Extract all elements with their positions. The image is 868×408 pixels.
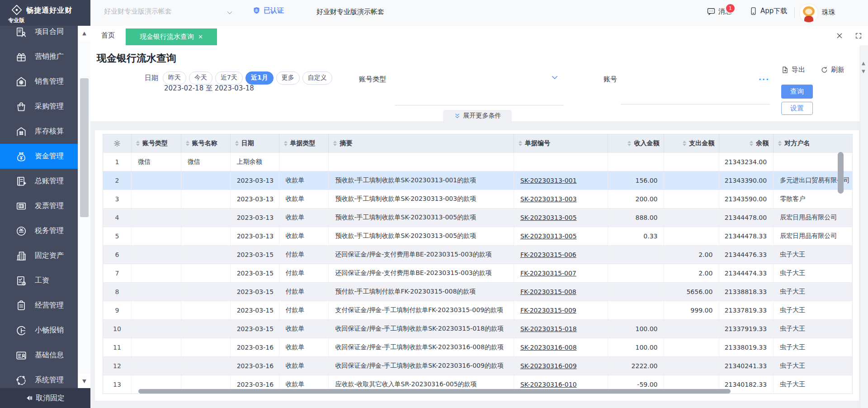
user-name[interactable]: 珠珠 (822, 8, 835, 17)
table-row[interactable]: 22023-03-13收款单预收款-手工填制收款单SK-20230313-001… (103, 171, 852, 190)
cell-account_name (181, 227, 231, 245)
sidebar-item-funds[interactable]: 资金管理 (0, 144, 78, 169)
close-icon[interactable] (835, 31, 844, 41)
app-download-button[interactable]: App下载 (749, 7, 787, 15)
table-row[interactable]: 62023-03-15付款单还回保证金/押金-支付费用单BE-20230315-… (103, 245, 852, 264)
invoice-icon (15, 200, 27, 212)
sidebar-item-project-contract[interactable]: 项目合同 (0, 26, 78, 44)
sidebar-scrollbar-thumb[interactable] (80, 78, 89, 217)
date-pill-更多[interactable]: 更多 (276, 71, 300, 85)
column-header-date[interactable]: 日期 (231, 134, 279, 152)
table-row[interactable]: 42023-03-13收款单预收款-手工填制收款单SK-20230313-005… (103, 208, 852, 227)
column-header-expense[interactable]: 支出金额 (664, 134, 719, 152)
table-row[interactable]: 32023-03-13收款单预收款-手工填制收款单SK-20230313-003… (103, 190, 852, 208)
date-pill-今天[interactable]: 今天 (189, 71, 212, 85)
query-button[interactable]: 查询 (781, 85, 813, 99)
sidebar-item-inventory[interactable]: 库存核算 (0, 119, 78, 144)
account-lookup-button[interactable]: ... (759, 73, 769, 82)
doc-no-link[interactable]: SK-20230315-018 (520, 325, 577, 332)
doc-no-link[interactable]: SK-20230313-005 (520, 232, 577, 240)
tab-cash-bank-flow[interactable]: 现金银行流水查询 ✕ (126, 28, 217, 45)
sidebar-item-system[interactable]: 系统管理 (0, 368, 78, 388)
cell-expense (664, 209, 719, 227)
doc-no-link[interactable]: FK-20230315-006 (520, 251, 576, 258)
cell-income: 100.00 (608, 338, 665, 356)
column-header-balance[interactable]: 余额 (719, 134, 774, 152)
page-scroll-up-arrow[interactable]: ▲ (862, 61, 865, 66)
cell-account_type (132, 209, 181, 227)
account-type-select[interactable] (395, 105, 564, 105)
table-row[interactable]: 112023-03-16收款单收回保证金/押金-手工填制收款单SK-202303… (103, 338, 852, 356)
cell-summary: 预收款-手工填制收款单SK-20230313-005的款项 (329, 227, 514, 245)
chevron-down-icon[interactable] (226, 9, 233, 16)
chevron-down-icon[interactable] (551, 73, 559, 81)
sidebar-item-invoice[interactable]: 发票管理 (0, 194, 78, 218)
cell-account_name (181, 209, 231, 227)
column-header-income[interactable]: 收入金额 (608, 134, 665, 152)
cell-doc_type: 付款单 (279, 301, 329, 319)
doc-no-link[interactable]: SK-20230316-010 (520, 381, 577, 388)
sidebar-item-basic-info[interactable]: 基础信息 (0, 343, 78, 368)
sidebar-item-operations[interactable]: 经营管理 (0, 293, 78, 318)
column-header-summary[interactable]: 摘要 (329, 134, 514, 152)
refresh-button[interactable]: 刷新 (821, 66, 844, 74)
column-header-counterparty[interactable]: 对方户名 (774, 134, 852, 152)
cell-expense (664, 338, 719, 356)
tab-close-icon[interactable]: ✕ (198, 33, 203, 40)
sidebar-item-general-ledger[interactable]: 总账管理 (0, 169, 78, 194)
verified-badge: 企 已认证 (252, 6, 284, 15)
table-row[interactable]: 72023-03-15付款单还回保证金/押金-支付费用单BE-20230315-… (103, 264, 852, 282)
scroll-down-arrow[interactable]: ▼ (78, 374, 90, 388)
sidebar-item-purchase[interactable]: 采购管理 (0, 94, 78, 119)
doc-no-link[interactable]: FK-20230315-007 (520, 270, 576, 277)
cell-doc_type: 收款单 (279, 320, 329, 338)
cell-account_type (132, 283, 181, 301)
doc-no-link[interactable]: FK-20230315-008 (520, 288, 576, 295)
fullscreen-icon[interactable] (854, 31, 863, 41)
sidebar-item-expense[interactable]: 小畅报销 (0, 318, 78, 343)
doc-no-link[interactable]: SK-20230313-005 (520, 214, 577, 221)
sidebar-item-fixed-assets[interactable]: 固定资产 (0, 243, 78, 268)
cell-balance: 21344478.33 (719, 227, 774, 245)
cell-account_name (181, 320, 231, 338)
doc-no-link[interactable]: SK-20230313-001 (520, 177, 577, 184)
horizontal-scrollbar-thumb[interactable] (138, 389, 731, 394)
table-row[interactable]: 1微信微信上期余额21343234.00 (103, 152, 852, 171)
table-row[interactable]: 52023-03-13收款单预收款-手工填制收款单SK-20230313-005… (103, 227, 852, 245)
column-header-account_name[interactable]: 账号名称 (181, 134, 231, 152)
table-row[interactable]: 122023-03-16收款单收回保证金/押金-手工填制收款单SK-202303… (103, 356, 852, 375)
table-row[interactable]: 102023-03-15收款单收回保证金/押金-手工填制收款单SK-202303… (103, 319, 852, 338)
scroll-up-arrow[interactable]: ▲ (78, 26, 90, 40)
vertical-scrollbar-thumb[interactable] (838, 152, 844, 194)
column-settings-gear-icon[interactable] (103, 134, 132, 152)
sidebar-item-payroll[interactable]: 工资 (0, 268, 78, 293)
date-pill-昨天[interactable]: 昨天 (163, 71, 186, 85)
sidebar-item-sales[interactable]: 销售管理 (0, 69, 78, 94)
export-button[interactable]: 导出 (781, 66, 805, 74)
fixed-assets-icon (15, 250, 27, 262)
workspace-selector[interactable]: 好业财专业版演示帐套 (104, 7, 240, 19)
settings-button[interactable]: 设置 (781, 102, 813, 115)
date-pill-自定义[interactable]: 自定义 (302, 71, 332, 85)
account-input[interactable] (621, 104, 770, 104)
doc-no-link[interactable]: SK-20230313-003 (520, 195, 577, 203)
sidebar-item-marketing[interactable]: 营销推广 (0, 44, 78, 69)
table-row[interactable]: 92023-03-15付款单支付保证金/押金-手工填制付款单FK-2023031… (103, 301, 852, 319)
unpin-sidebar-button[interactable]: 取消固定 (0, 388, 90, 408)
doc-no-link[interactable]: SK-20230316-009 (520, 362, 577, 370)
column-header-doc_no[interactable]: 单据编号 (514, 134, 608, 152)
doc-no-link[interactable]: SK-20230316-008 (520, 344, 577, 351)
page-scroll-down-arrow[interactable]: ▼ (862, 69, 865, 74)
message-bubble-icon (707, 7, 716, 16)
avatar[interactable] (799, 4, 818, 23)
column-header-account_type[interactable]: 账号类型 (132, 134, 181, 152)
cell-summary: 预收款-手工填制收款单SK-20230313-001的款项 (329, 171, 514, 190)
table-row[interactable]: 82023-03-15付款单预付款-手工填制付款单FK-20230315-008… (103, 282, 852, 301)
sidebar-item-tax[interactable]: 税务管理 (0, 218, 78, 243)
doc-no-link[interactable]: FK-20230315-009 (520, 307, 576, 314)
date-pill-近1月[interactable]: 近1月 (245, 71, 274, 85)
column-header-doc_type[interactable]: 单据类型 (279, 134, 329, 152)
tab-home[interactable]: 首页 (90, 26, 126, 45)
date-pill-近7天[interactable]: 近7天 (215, 71, 243, 85)
expand-more-conditions-button[interactable]: 展开更多条件 (443, 110, 512, 122)
